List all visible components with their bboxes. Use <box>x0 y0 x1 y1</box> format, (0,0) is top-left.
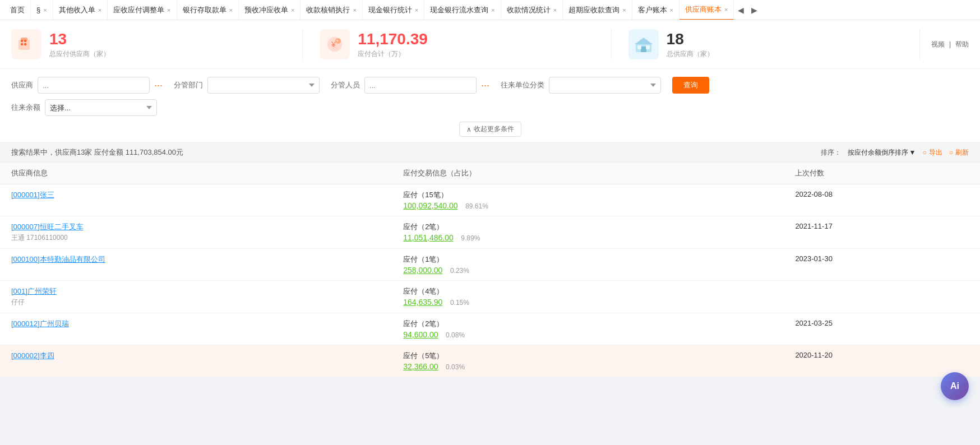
close-icon[interactable]: × <box>491 7 494 13</box>
supplier-link[interactable]: [000100]本特勤油品有限公司 <box>11 254 381 265</box>
nav-item-cash-flow[interactable]: 现金银行流水查询 × <box>424 0 501 20</box>
close-icon[interactable]: × <box>353 7 356 13</box>
balance-filter-label: 往来余额 <box>11 103 40 113</box>
supplier-cell: [000007]恒旺二手叉车 王通 17106110000 <box>0 216 392 249</box>
collapse-button[interactable]: ∧ 收起更多条件 <box>459 122 521 137</box>
tx-amount[interactable]: 164,635.90 <box>403 298 442 307</box>
close-icon[interactable]: × <box>167 7 170 13</box>
data-table: 供应商信息 应付交易信息（占比） 上次付数 [000001]张三 应付（15笔）… <box>0 163 980 377</box>
last-pay-cell <box>784 281 980 313</box>
query-button[interactable]: 查询 <box>672 77 709 94</box>
nav-next-arrow[interactable]: ▶ <box>747 0 761 20</box>
person-more-icon[interactable]: ··· <box>481 80 489 90</box>
nav-item-supplier-ledger[interactable]: 供应商账本 × <box>679 0 734 20</box>
tx-amount[interactable]: 11,051,486.00 <box>403 233 454 242</box>
nav-label: 收款情况统计 <box>507 5 551 15</box>
nav-item-customer-ledger[interactable]: 客户账本 × <box>632 0 679 20</box>
nav-item-receipt[interactable]: 收款核销执行 × <box>301 0 362 20</box>
total-supplier-label: 总供应商（家） <box>667 49 714 59</box>
refresh-icon: ○ <box>949 149 953 156</box>
svg-rect-4 <box>21 43 23 45</box>
close-icon[interactable]: × <box>43 7 47 13</box>
svg-text:¥: ¥ <box>331 40 336 49</box>
supplier-icon <box>11 29 41 59</box>
nav-label: 现金银行流水查询 <box>430 5 488 15</box>
tx-percent: 9.89% <box>461 234 480 242</box>
nav-prev-arrow[interactable]: ◀ <box>734 0 747 20</box>
unit-class-filter-label: 往来单位分类 <box>501 80 544 90</box>
svg-rect-3 <box>24 40 26 42</box>
last-pay-date: 2022-08-08 <box>795 190 969 198</box>
sort-label: 排序： <box>821 148 841 157</box>
help-link[interactable]: 帮助 <box>955 40 969 49</box>
result-info: 搜索结果中，供应商13家 应付金额 111,703,854.00元 <box>11 147 183 157</box>
supplier-more-icon[interactable]: ··· <box>154 80 163 90</box>
filter-supplier: 供应商 ··· <box>11 77 163 94</box>
tx-label: 应付（1笔） <box>403 254 773 265</box>
nav-item-advance[interactable]: 预收冲应收单 × <box>239 0 301 20</box>
video-link[interactable]: 视频 <box>931 40 945 49</box>
last-pay-cell: 2023-01-30 <box>784 249 980 281</box>
tx-percent: 0.08% <box>446 331 465 339</box>
close-icon[interactable]: × <box>670 7 673 13</box>
nav-label: § <box>36 6 40 14</box>
tx-percent: 0.15% <box>450 299 469 307</box>
tx-amount[interactable]: 32,366.00 <box>403 362 438 371</box>
close-icon[interactable]: × <box>415 7 418 13</box>
svg-rect-2 <box>21 40 23 42</box>
summary-bar: 13 总应付供应商（家） ¥ * 11,170.39 应付合计（万） <box>0 20 980 69</box>
supplier-link[interactable]: [001]广州荣轩 <box>11 286 381 296</box>
nav-label: 应收应付调整单 <box>113 5 164 15</box>
balance-select[interactable]: 选择... <box>45 99 157 116</box>
result-actions: 排序： 按应付余额倒序排序 ▼ ○ 导出 ○ 刷新 <box>821 148 969 157</box>
tx-info: 应付（5笔） 32,366.00 0.03% <box>403 351 773 371</box>
supplier-link[interactable]: [000002]李四 <box>11 351 381 361</box>
nav-item-overdue[interactable]: 超期应收款查询 × <box>563 0 632 20</box>
amount-icon: ¥ * <box>320 29 350 59</box>
supplier-sub: 王通 17106110000 <box>11 233 381 243</box>
person-input[interactable] <box>364 77 477 94</box>
supplier-link[interactable]: [000012]广州贝瑞 <box>11 319 381 329</box>
unit-class-select[interactable] <box>549 77 661 94</box>
refresh-button[interactable]: ○ 刷新 <box>949 148 969 157</box>
col-tx-info: 应付交易信息（占比） <box>392 163 784 184</box>
tx-percent: 0.23% <box>450 267 469 275</box>
result-bar: 搜索结果中，供应商13家 应付金额 111,703,854.00元 排序： 按应… <box>0 143 980 163</box>
supplier-cell: [001]广州荣轩 仔仔 <box>0 281 392 313</box>
tx-amount[interactable]: 258,000.00 <box>403 266 442 275</box>
supplier-input[interactable] <box>38 77 150 94</box>
supplier-count-label: 总应付供应商（家） <box>49 49 110 59</box>
last-pay-cell: 2021-11-17 <box>784 216 980 249</box>
nav-item-bank[interactable]: 银行存取款单 × <box>177 0 239 20</box>
dept-select[interactable] <box>207 77 320 94</box>
close-icon[interactable]: × <box>229 7 233 13</box>
table-body: [000001]张三 应付（15笔） 100,092,540.00 89.61%… <box>0 184 980 377</box>
last-pay-cell: 2021-03-25 <box>784 313 980 345</box>
supplier-link[interactable]: [000007]恒旺二手叉车 <box>11 222 381 232</box>
nav-item-home[interactable]: 首页 <box>4 0 31 20</box>
close-icon[interactable]: × <box>622 7 626 13</box>
nav-item-tab2[interactable]: § × <box>31 0 53 20</box>
supplier-link[interactable]: [000001]张三 <box>11 190 381 200</box>
tx-info: 应付（1笔） 258,000.00 0.23% <box>403 254 773 275</box>
close-icon[interactable]: × <box>724 6 728 13</box>
tx-amount[interactable]: 100,092,540.00 <box>403 201 457 210</box>
export-button[interactable]: ○ 导出 <box>923 148 942 157</box>
nav-item-receipt-stat[interactable]: 收款情况统计 × <box>501 0 563 20</box>
nav-item-other-income[interactable]: 其他收入单 × <box>53 0 108 20</box>
last-pay-date: 2020-11-20 <box>795 351 969 359</box>
total-supplier-number: 18 <box>667 30 714 49</box>
chevron-up-icon: ∧ <box>466 126 471 133</box>
close-icon[interactable]: × <box>553 7 557 13</box>
nav-item-cash-stat[interactable]: 现金银行统计 × <box>363 0 424 20</box>
table-row: [000012]广州贝瑞 应付（2笔） 94,600.00 0.08% 2021… <box>0 313 980 345</box>
tx-amount[interactable]: 94,600.00 <box>403 330 438 339</box>
tx-cell: 应付（2笔） 94,600.00 0.08% <box>392 313 784 345</box>
tx-label: 应付（15笔） <box>403 190 773 200</box>
close-icon[interactable]: × <box>98 7 101 13</box>
table-row: [001]广州荣轩 仔仔 应付（4笔） 164,635.90 0.15% <box>0 281 980 313</box>
close-icon[interactable]: × <box>291 7 294 13</box>
nav-item-adjustment[interactable]: 应收应付调整单 × <box>108 0 177 20</box>
tx-info: 应付（2笔） 94,600.00 0.08% <box>403 319 773 339</box>
sort-value[interactable]: 按应付余额倒序排序 ▼ <box>848 148 916 157</box>
